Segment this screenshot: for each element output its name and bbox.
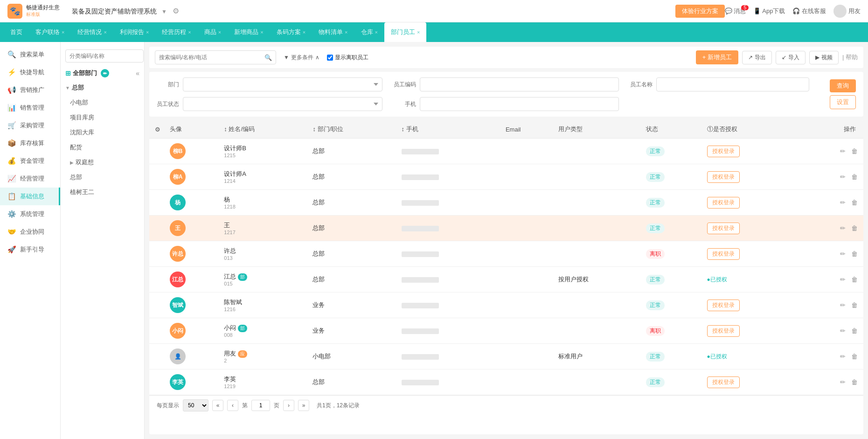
query-button[interactable]: 查询 <box>830 79 856 92</box>
sidebar-item-basic[interactable]: 📋 基础信息 <box>0 188 60 205</box>
delete-button[interactable]: 🗑 <box>849 300 860 310</box>
settings-icon[interactable]: ⚙ <box>173 7 179 15</box>
edit-button[interactable]: ✏ <box>838 146 847 156</box>
export-button[interactable]: ↗ 导出 <box>742 51 772 64</box>
show-resigned-checkbox[interactable] <box>327 55 333 61</box>
online-service[interactable]: 🎧 在线客服 <box>792 7 826 15</box>
user-area[interactable]: 用友 <box>833 5 861 18</box>
delete-button[interactable]: 🗑 <box>849 326 860 335</box>
col-dept[interactable]: ↕ 部门/职位 <box>309 120 397 139</box>
edit-button[interactable]: ✏ <box>838 249 847 258</box>
edit-button[interactable]: ✏ <box>838 377 847 387</box>
close-icon[interactable]: × <box>345 29 347 35</box>
view-button[interactable]: ▶ 视频 <box>809 51 839 64</box>
tree-item-xiangmukufang[interactable]: 项目库房 <box>61 110 144 125</box>
tab-barcode[interactable]: 条码方案 × <box>270 22 312 42</box>
edit-button[interactable]: ✏ <box>838 223 847 233</box>
sidebar-item-system[interactable]: ⚙️ 系统管理 <box>0 205 60 223</box>
tab-employee[interactable]: 部门员工 × <box>384 22 426 42</box>
close-icon[interactable]: × <box>104 29 106 35</box>
authorize-button[interactable]: 授权登录 <box>707 197 740 209</box>
sidebar-item-marketing[interactable]: 📢 营销推广 <box>0 81 60 99</box>
authorize-button[interactable]: 授权登录 <box>707 171 740 183</box>
tab-customer[interactable]: 客户联络 × <box>29 22 71 42</box>
add-employee-button[interactable]: + 新增员工 <box>696 50 738 64</box>
edit-button[interactable]: ✏ <box>838 326 847 335</box>
tab-goods[interactable]: 商品 × <box>198 22 228 42</box>
collapse-button[interactable]: « <box>136 70 139 77</box>
show-resigned-label[interactable]: 显示离职员工 <box>327 54 368 62</box>
sidebar-item-finance[interactable]: 💰 资金管理 <box>0 152 60 170</box>
more-conditions-button[interactable]: ▼ 更多条件 ∧ <box>280 52 323 63</box>
col-phone[interactable]: ↕ 手机 <box>398 120 502 139</box>
first-page-button[interactable]: « <box>212 400 223 411</box>
dept-search-input[interactable] <box>65 49 144 63</box>
close-icon[interactable]: × <box>417 29 420 35</box>
sidebar-item-collab[interactable]: 🤝 企业协同 <box>0 223 60 241</box>
delete-button[interactable]: 🗑 <box>849 377 860 387</box>
import-button[interactable]: ↙ 导入 <box>776 51 806 64</box>
tree-item-peihuo[interactable]: 配货 <box>61 140 144 155</box>
authorize-button[interactable]: 授权登录 <box>707 325 740 337</box>
emp-name-input[interactable] <box>656 77 809 91</box>
tree-item-zongbu-parent[interactable]: ▼ 总部 <box>61 80 144 95</box>
delete-button[interactable]: 🗑 <box>849 172 860 181</box>
tree-item-zongbu[interactable]: 总部 <box>61 170 144 185</box>
authorize-button[interactable]: 授权登录 <box>707 376 740 388</box>
tab-profit[interactable]: 利润报告 × <box>113 22 155 42</box>
sidebar-item-guide[interactable]: 🚀 新手引导 <box>0 241 60 258</box>
close-icon[interactable]: × <box>62 29 64 35</box>
settings-button[interactable]: 设置 <box>830 95 856 109</box>
trial-button[interactable]: 体验行业方案 <box>675 5 725 18</box>
sidebar-item-business[interactable]: 📈 经营管理 <box>0 170 60 188</box>
sidebar-item-purchase[interactable]: 🛒 采购管理 <box>0 117 60 134</box>
phone-input[interactable] <box>420 97 619 111</box>
edit-button[interactable]: ✏ <box>838 172 847 181</box>
close-icon[interactable]: × <box>218 29 221 35</box>
edit-button[interactable]: ✏ <box>838 275 847 284</box>
edit-button[interactable]: ✏ <box>838 300 847 310</box>
tree-item-shuangtingxiang[interactable]: ▶ 双庭想 <box>61 155 144 170</box>
delete-button[interactable]: 🗑 <box>849 275 860 284</box>
emp-code-input[interactable] <box>420 77 619 91</box>
prev-page-button[interactable]: ‹ <box>227 400 238 411</box>
tab-home[interactable]: 首页 <box>4 22 29 42</box>
close-icon[interactable]: × <box>146 29 149 35</box>
sidebar-item-sales[interactable]: 📊 销售管理 <box>0 99 60 117</box>
sidebar-item-shortcut[interactable]: ⚡ 快捷导航 <box>0 63 60 81</box>
tab-history[interactable]: 经营历程 × <box>155 22 197 42</box>
edit-button[interactable]: ✏ <box>838 198 847 207</box>
last-page-button[interactable]: » <box>298 400 309 411</box>
search-input[interactable] <box>159 54 263 61</box>
col-name-code[interactable]: ↕ 姓名/编码 <box>220 120 309 139</box>
tab-operation[interactable]: 经营情况 × <box>71 22 113 42</box>
authorize-button[interactable]: 授权登录 <box>707 223 740 234</box>
edit-badge[interactable]: ✏ <box>101 69 109 77</box>
close-icon[interactable]: × <box>188 29 191 35</box>
authorize-button[interactable]: 授权登录 <box>707 248 740 260</box>
sidebar-item-search[interactable]: 🔍 搜索菜单 <box>0 46 60 63</box>
sidebar-item-inventory[interactable]: 📦 库存核算 <box>0 134 60 152</box>
authorize-button[interactable]: 授权登录 <box>707 146 740 157</box>
close-icon[interactable]: × <box>260 29 263 35</box>
tree-item-shenyangdaku[interactable]: 沈阳大库 <box>61 125 144 140</box>
per-page-select[interactable]: 50 20 100 <box>183 399 208 411</box>
page-number-input[interactable] <box>251 400 270 411</box>
tab-warehouse[interactable]: 仓库 × <box>354 22 384 42</box>
delete-button[interactable]: 🗑 <box>849 352 860 361</box>
tree-item-xiaodianbu[interactable]: 小电部 <box>61 95 144 110</box>
tree-item-zhishuwanger[interactable]: 植树王二 <box>61 185 144 200</box>
close-icon[interactable]: × <box>375 29 378 35</box>
col-gear[interactable]: ⚙ <box>149 120 166 139</box>
authorize-button[interactable]: 授权登录 <box>707 300 740 311</box>
close-icon[interactable]: × <box>303 29 306 35</box>
help-button[interactable]: | 帮助 <box>842 53 858 62</box>
delete-button[interactable]: 🗑 <box>849 146 860 156</box>
delete-button[interactable]: 🗑 <box>849 249 860 258</box>
delete-button[interactable]: 🗑 <box>849 223 860 233</box>
edit-button[interactable]: ✏ <box>838 352 847 361</box>
emp-status-select[interactable] <box>183 97 382 111</box>
tab-bom[interactable]: 物料清单 × <box>312 22 354 42</box>
app-download[interactable]: 📱 App下载 <box>753 7 785 15</box>
tab-add-goods[interactable]: 新增商品 × <box>228 22 270 42</box>
